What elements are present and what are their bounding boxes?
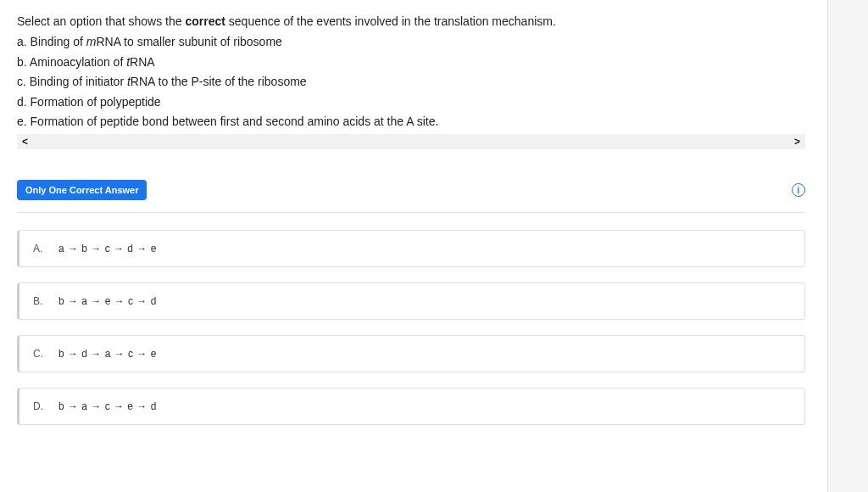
event-c: c. Binding of initiator tRNA to the P-si… — [17, 72, 805, 91]
event-b: b. Aminoacylation of tRNA — [17, 53, 805, 71]
horizontal-scrollbar[interactable]: < > — [17, 134, 805, 149]
option-b[interactable]: B. b → a → e → c → d — [17, 282, 805, 320]
answer-type-badge: Only One Correct Answer — [17, 180, 147, 200]
option-letter: B. — [33, 295, 45, 307]
main-content: Select an option that shows the correct … — [0, 0, 822, 452]
right-panel — [827, 0, 868, 492]
question-prompt: Select an option that shows the correct … — [17, 12, 805, 31]
option-a[interactable]: A. a → b → c → d → e — [17, 230, 805, 267]
event-d: d. Formation of polypeptide — [17, 92, 805, 111]
info-icon[interactable]: i — [792, 183, 805, 197]
divider — [17, 212, 805, 213]
event-a: a. Binding of mRNA to smaller subunit of… — [17, 32, 805, 51]
option-d[interactable]: D. b → a → c → e → d — [17, 388, 805, 425]
option-letter: D. — [33, 400, 45, 412]
option-sequence: b → d → a → c → e — [58, 348, 157, 360]
option-letter: C. — [33, 348, 45, 360]
scroll-right-icon[interactable]: > — [794, 136, 800, 148]
prompt-text-bold: correct — [185, 14, 225, 28]
option-sequence: a → b → c → d → e — [58, 243, 157, 254]
prompt-text-pre: Select an option that shows the — [17, 14, 185, 28]
option-sequence: b → a → e → c → d — [58, 295, 157, 307]
prompt-text-post: sequence of the events involved in the t… — [225, 14, 556, 28]
option-sequence: b → a → c → e → d — [58, 400, 157, 412]
option-c[interactable]: C. b → d → a → c → e — [17, 335, 805, 372]
option-letter: A. — [33, 243, 45, 254]
scroll-left-icon[interactable]: < — [22, 136, 28, 148]
badge-row: Only One Correct Answer i — [17, 180, 805, 200]
event-e: e. Formation of peptide bond between fir… — [17, 112, 805, 131]
events-list: a. Binding of mRNA to smaller subunit of… — [17, 32, 805, 131]
